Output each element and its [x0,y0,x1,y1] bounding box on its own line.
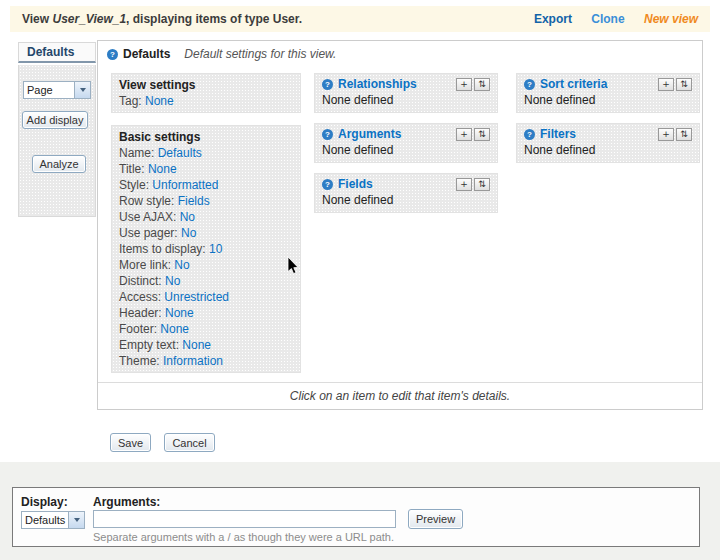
sort-criteria-empty-text: None defined [524,92,692,108]
setting-row: Theme: Information [119,353,293,369]
setting-value-link[interactable]: No [174,258,189,272]
setting-row: Items to display: 10 [119,241,293,257]
basic-settings-rows: Name: DefaultsTitle: NoneStyle: Unformat… [119,145,293,369]
add-relationship-button[interactable]: + [456,78,472,91]
add-display-button[interactable]: Add display [22,111,88,129]
analyze-button[interactable]: Analyze [32,155,86,173]
setting-label: Distinct: [119,274,165,288]
relationships-box: ? Relationships + ⇅ None defined [314,73,498,113]
setting-label: Items to display: [119,242,209,256]
setting-value-link[interactable]: None [182,338,211,352]
preview-display-select[interactable]: Defaults [21,511,85,529]
view-name: User_View_1 [52,12,126,26]
help-icon[interactable]: ? [322,179,333,190]
new-view-link[interactable]: New view [644,12,698,26]
display-label: Display: [21,495,68,509]
add-field-button[interactable]: + [456,178,472,191]
add-sort-button[interactable]: + [658,78,674,91]
setting-value-link[interactable]: Defaults [158,146,202,160]
header-links: Export Clone New view [518,12,698,26]
form-actions: Save Cancel [110,433,225,452]
chevron-down-icon [68,512,84,528]
arguments-title-link[interactable]: Arguments [338,127,456,142]
page-title-prefix: View [22,12,52,26]
chevron-down-icon [74,82,90,98]
help-icon[interactable]: ? [524,129,535,140]
view-edit-panel: ? Defaults Default settings for this vie… [97,40,703,410]
export-link[interactable]: Export [534,12,572,26]
add-display-type-select[interactable]: Page [23,81,91,99]
preview-button[interactable]: Preview [408,509,463,529]
setting-label: Empty text: [119,338,182,352]
setting-row: Access: Unrestricted [119,289,293,305]
setting-row: Name: Defaults [119,145,293,161]
setting-label: Row style: [119,194,178,208]
fields-title-link[interactable]: Fields [338,177,456,192]
preview-display-value: Defaults [22,514,68,526]
add-display-type-value: Page [24,84,74,96]
setting-value-link[interactable]: Unformatted [152,178,218,192]
setting-label: Name: [119,146,158,160]
setting-row: Empty text: None [119,337,293,353]
clone-link[interactable]: Clone [591,12,624,26]
setting-row: Title: None [119,161,293,177]
arguments-help-text: Separate arguments with a / as though th… [93,531,394,543]
page-title-suffix: , displaying items of type User. [126,12,302,26]
setting-value-link[interactable]: No [165,274,180,288]
view-settings-rows: Tag: None [119,93,293,109]
arguments-input[interactable] [93,510,396,528]
help-icon[interactable]: ? [322,129,333,140]
setting-row: Footer: None [119,321,293,337]
save-button[interactable]: Save [110,433,151,452]
help-icon[interactable]: ? [524,79,535,90]
basic-settings-box: Basic settings Name: DefaultsTitle: None… [111,125,301,373]
relationships-empty-text: None defined [322,92,490,108]
setting-label: Use AJAX: [119,210,180,224]
setting-label: Style: [119,178,152,192]
setting-value-link[interactable]: None [145,94,174,108]
setting-row: Distinct: No [119,273,293,289]
setting-label: More link: [119,258,174,272]
setting-value-link[interactable]: None [148,162,177,176]
filters-box: ? Filters + ⇅ None defined [516,123,700,163]
tab-defaults[interactable]: Defaults [18,42,96,63]
help-icon[interactable]: ? [107,49,118,60]
setting-value-link[interactable]: None [160,322,189,336]
fields-empty-text: None defined [322,192,490,208]
setting-value-link[interactable]: 10 [209,242,222,256]
setting-row: More link: No [119,257,293,273]
relationships-title-link[interactable]: Relationships [338,77,456,92]
setting-row: Row style: Fields [119,193,293,209]
arguments-empty-text: None defined [322,142,490,158]
rearrange-filters-button[interactable]: ⇅ [676,128,692,141]
filters-empty-text: None defined [524,142,692,158]
setting-row: Use AJAX: No [119,209,293,225]
add-filter-button[interactable]: + [658,128,674,141]
setting-label: Access: [119,290,164,304]
setting-value-link[interactable]: Unrestricted [164,290,229,304]
display-sidebar: Page Add display Analyze [18,65,96,217]
rearrange-relationships-button[interactable]: ⇅ [474,78,490,91]
rearrange-sorts-button[interactable]: ⇅ [676,78,692,91]
sort-criteria-title-link[interactable]: Sort criteria [540,77,658,92]
setting-value-link[interactable]: Information [163,354,223,368]
setting-row: Use pager: No [119,225,293,241]
arguments-box: ? Arguments + ⇅ None defined [314,123,498,163]
rearrange-arguments-button[interactable]: ⇅ [474,128,490,141]
setting-value-link[interactable]: No [180,210,195,224]
setting-value-link[interactable]: None [165,306,194,320]
panel-description: Default settings for this view. [184,47,336,61]
filters-title-link[interactable]: Filters [540,127,658,142]
add-argument-button[interactable]: + [456,128,472,141]
view-settings-title: View settings [119,77,293,93]
cancel-button[interactable]: Cancel [164,433,214,452]
setting-label: Use pager: [119,226,181,240]
help-icon[interactable]: ? [322,79,333,90]
live-preview-panel: Display: Defaults Arguments: Preview Sep… [12,487,700,547]
setting-row: Tag: None [119,93,293,109]
setting-value-link[interactable]: Fields [178,194,210,208]
setting-value-link[interactable]: No [181,226,196,240]
view-settings-box: View settings Tag: None [111,73,301,113]
rearrange-fields-button[interactable]: ⇅ [474,178,490,191]
panel-header: ? Defaults Default settings for this vie… [107,47,336,61]
